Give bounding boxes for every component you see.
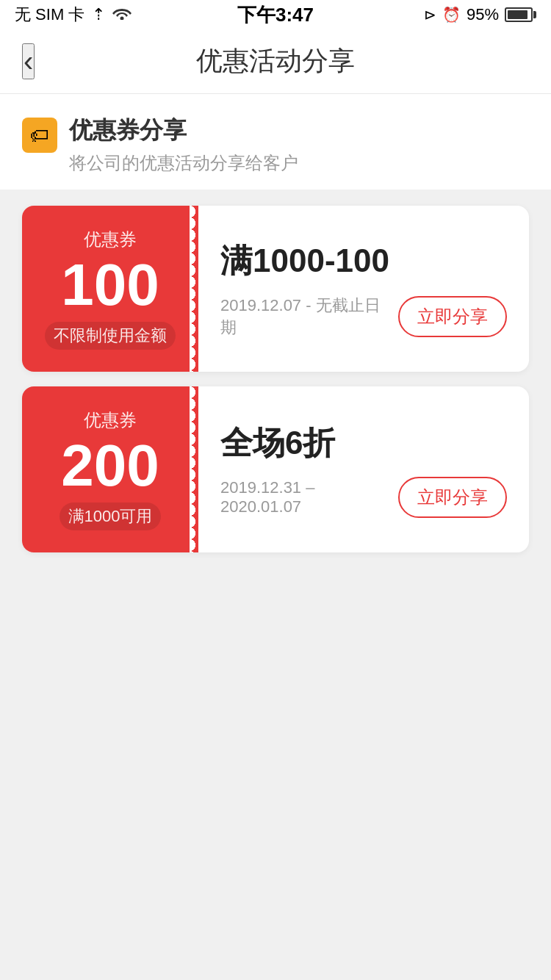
- nav-bar: ‹ 优惠活动分享: [0, 29, 551, 94]
- coupon-label-1: 优惠券: [84, 408, 137, 432]
- coupon-right-0: 满1000-100 2019.12.07 - 无截止日期 立即分享: [198, 206, 529, 372]
- coupon-name-0: 满1000-100: [220, 239, 507, 283]
- wifi-icon: ⇡: [92, 5, 105, 24]
- section-title: 优惠券分享: [69, 115, 298, 147]
- share-button-1[interactable]: 立即分享: [398, 477, 507, 518]
- page-title: 优惠活动分享: [196, 43, 355, 79]
- back-button[interactable]: ‹: [22, 43, 35, 79]
- coupon-amount-1: 200: [61, 436, 159, 495]
- coupon-meta-1: 2019.12.31 – 2020.01.07 立即分享: [220, 477, 507, 518]
- share-button-0[interactable]: 立即分享: [398, 296, 507, 337]
- coupon-list: 优惠券 100 不限制使用金额 满1000-100 2019.12.07 - 无…: [0, 191, 551, 567]
- coupon-name-1: 全场6折: [220, 422, 507, 465]
- coupon-date-1: 2019.12.31 – 2020.01.07: [220, 478, 386, 516]
- coupon-left-1: 优惠券 200 满1000可用: [22, 386, 198, 552]
- coupon-meta-0: 2019.12.07 - 无截止日期 立即分享: [220, 295, 507, 339]
- status-left: 无 SIM 卡 ⇡: [15, 4, 132, 26]
- time-label: 下午3:47: [237, 2, 314, 28]
- section-subtitle: 将公司的优惠活动分享给客户: [69, 151, 298, 175]
- svg-point-0: [120, 17, 124, 21]
- section-header: 🏷 优惠券分享 将公司的优惠活动分享给客户: [0, 94, 551, 190]
- coupon-card-1: 优惠券 200 满1000可用 全场6折 2019.12.31 – 2020.0…: [22, 386, 529, 552]
- coupon-label-0: 优惠券: [84, 228, 137, 251]
- carrier-label: 无 SIM 卡: [15, 4, 84, 26]
- battery-percent: 95%: [467, 5, 499, 24]
- coupon-condition-1: 满1000可用: [60, 502, 162, 530]
- status-bar: 无 SIM 卡 ⇡ 下午3:47 ⊳ ⏰ 95%: [0, 0, 551, 29]
- coupon-left-0: 优惠券 100 不限制使用金额: [22, 206, 198, 372]
- coupon-date-0: 2019.12.07 - 无截止日期: [220, 295, 386, 339]
- coupon-amount-0: 100: [61, 256, 159, 314]
- wifi-bars: [112, 5, 132, 24]
- battery-icon: [505, 7, 536, 22]
- alarm-icon: ⏰: [442, 6, 461, 24]
- coupon-condition-0: 不限制使用金额: [45, 322, 176, 350]
- section-text: 优惠券分享 将公司的优惠活动分享给客户: [69, 115, 298, 175]
- location-icon: ⊳: [424, 6, 436, 24]
- coupon-card-0: 优惠券 100 不限制使用金额 满1000-100 2019.12.07 - 无…: [22, 206, 529, 372]
- status-right: ⊳ ⏰ 95%: [424, 5, 536, 24]
- coupon-section-icon: 🏷: [22, 118, 57, 153]
- coupon-right-1: 全场6折 2019.12.31 – 2020.01.07 立即分享: [198, 386, 529, 552]
